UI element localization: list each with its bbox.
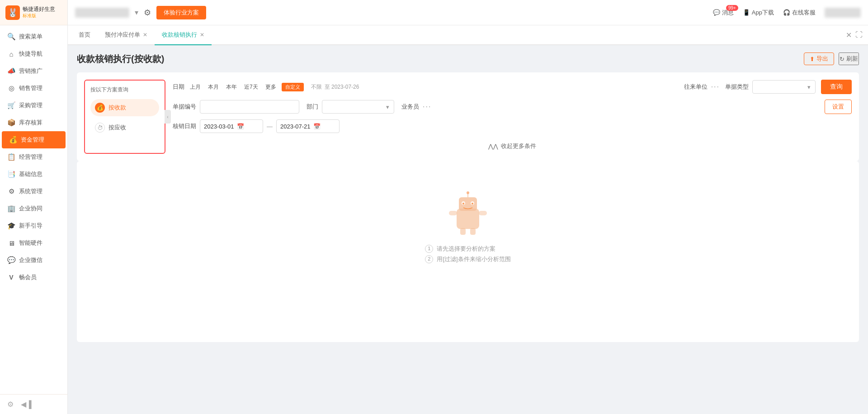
message-icon: 💬 bbox=[713, 9, 720, 16]
filter-doctype-item: 单据类型 ▾ bbox=[725, 80, 816, 94]
writeoff-date-label: 核销日期 bbox=[173, 122, 196, 130]
hint-num-2: 2 bbox=[425, 255, 433, 263]
footer-gear-icon[interactable]: ⚙ bbox=[7, 400, 14, 409]
sys-icon: ⚙ bbox=[7, 187, 15, 195]
sidebar-menu: 🔍 搜索菜单 ⌂ 快捷导航 📣 营销推广 ◎ 销售管理 🛒 采购管理 📦 库存核… bbox=[0, 25, 67, 394]
main-content-area: 1 请先选择要分析的方案 2 用[过滤]条件来缩小分析范围 bbox=[77, 161, 859, 342]
online-service-label: 在线客服 bbox=[792, 9, 816, 17]
sidebar-label-wechat: 企业微信 bbox=[19, 256, 42, 264]
tab-expand-icon[interactable]: ⛶ bbox=[855, 31, 863, 39]
enterprise-icon: 🏢 bbox=[7, 205, 15, 213]
tab-home[interactable]: 首页 bbox=[71, 25, 98, 45]
tab-receipt-label: 收款核销执行 bbox=[162, 31, 197, 39]
collapse-up-icon: ⋀⋀ bbox=[488, 143, 498, 150]
refresh-button[interactable]: ↻ 刷新 bbox=[839, 52, 859, 65]
sidebar-item-inventory[interactable]: 📦 库存核算 bbox=[0, 114, 67, 131]
app-name-chevron-icon[interactable]: ▾ bbox=[135, 8, 138, 17]
sidebar-item-purchase[interactable]: 🛒 采购管理 bbox=[0, 97, 67, 114]
writeoff-date-end-wrap[interactable]: 2023-07-21 📅 bbox=[276, 119, 340, 133]
right-filter-actions: 往来单位 ··· 单据类型 ▾ 查询 bbox=[684, 80, 852, 94]
sidebar-label-enterprise: 企业协同 bbox=[19, 205, 42, 213]
top-header: ▾ ⚙ 体验行业方案 💬 消息 99+ 📱 App下载 🎧 在线客服 bbox=[68, 0, 868, 25]
sidebar-item-sys[interactable]: ⚙ 系统管理 bbox=[0, 183, 67, 200]
tab-prepay-close-icon[interactable]: ✕ bbox=[143, 32, 147, 38]
dept-select[interactable]: ▾ bbox=[322, 100, 394, 114]
tab-receipt-writeoff[interactable]: 收款核销执行 ✕ bbox=[155, 25, 212, 45]
hint-text-1: 请先选择要分析的方案 bbox=[437, 243, 495, 254]
sidebar-item-vip[interactable]: V 畅会员 bbox=[0, 269, 67, 286]
date-shortcut-thismonth[interactable]: 本月 bbox=[206, 82, 221, 92]
sidebar-item-biz[interactable]: 📋 经营管理 bbox=[0, 148, 67, 166]
doctype-chevron-icon: ▾ bbox=[807, 84, 811, 90]
partner-dots-button[interactable]: ··· bbox=[711, 83, 720, 91]
settings-button[interactable]: 设置 bbox=[825, 100, 852, 114]
date-shortcut-7days[interactable]: 近7天 bbox=[242, 82, 260, 92]
footer-collapse-icon[interactable]: ◀▐ bbox=[21, 400, 31, 409]
header-right: 💬 消息 99+ 📱 App下载 🎧 在线客服 bbox=[713, 8, 861, 18]
date-shortcut-thisyear[interactable]: 本年 bbox=[224, 82, 239, 92]
marketing-icon: 📣 bbox=[7, 67, 15, 75]
tab-prepay-conflict[interactable]: 预付冲应付单 ✕ bbox=[98, 25, 155, 45]
filter-docno-item: 单据编号 bbox=[173, 100, 299, 114]
filter-panel-collapse[interactable]: ‹ bbox=[165, 110, 171, 124]
sidebar-label-vip: 畅会员 bbox=[19, 273, 37, 281]
sidebar-item-sales[interactable]: ◎ 销售管理 bbox=[0, 80, 67, 97]
sidebar-item-newbie[interactable]: 🎓 新手引导 bbox=[0, 217, 67, 234]
empty-state: 1 请先选择要分析的方案 2 用[过滤]条件来缩小分析范围 bbox=[77, 161, 859, 292]
sidebar-item-wechat[interactable]: 💬 企业微信 bbox=[0, 252, 67, 269]
tab-home-label: 首页 bbox=[79, 31, 90, 39]
app-download-button[interactable]: 📱 App下载 bbox=[743, 9, 774, 17]
online-service-button[interactable]: 🎧 在线客服 bbox=[783, 9, 816, 17]
docno-input[interactable] bbox=[200, 100, 299, 114]
docno-label: 单据编号 bbox=[173, 103, 196, 111]
sidebar-item-enterprise[interactable]: 🏢 企业协同 bbox=[0, 200, 67, 217]
sidebar: 🐰 畅捷通好生意 标准版 🔍 搜索菜单 ⌂ 快捷导航 📣 营销推广 ◎ 销售管理… bbox=[0, 0, 68, 414]
filter-option-by-receivable[interactable]: ⏱ 按应收 bbox=[90, 119, 159, 136]
date-custom-badge[interactable]: 自定义 bbox=[282, 83, 304, 91]
industry-solution-button[interactable]: 体验行业方案 bbox=[156, 6, 206, 19]
page-content: 收款核销执行(按收款) ⬆ 导出 ↻ 刷新 按以下方案查询 💰 按收款 bbox=[68, 45, 868, 414]
settings-btn-wrap: 设置 bbox=[825, 100, 852, 114]
query-button[interactable]: 查询 bbox=[821, 80, 852, 94]
date-label: 日期 bbox=[173, 83, 184, 91]
writeoff-date-start-wrap[interactable]: 2023-03-01 📅 bbox=[200, 119, 263, 133]
sidebar-item-smarthw[interactable]: 🖥 智能硬件 bbox=[0, 234, 67, 252]
filter-partner-item: 往来单位 ··· bbox=[684, 83, 720, 91]
date-shortcut-more[interactable]: 更多 bbox=[264, 82, 278, 92]
export-button[interactable]: ⬆ 导出 bbox=[804, 52, 834, 65]
writeoff-end-cal-icon[interactable]: 📅 bbox=[313, 123, 321, 130]
smarthw-icon: 🖥 bbox=[7, 239, 15, 247]
doctype-select[interactable]: ▾ bbox=[752, 80, 816, 94]
date-shortcut-lastmonth[interactable]: 上月 bbox=[188, 82, 203, 92]
sidebar-item-search-menu[interactable]: 🔍 搜索菜单 bbox=[0, 28, 67, 45]
newbie-icon: 🎓 bbox=[7, 222, 15, 230]
svg-rect-0 bbox=[457, 209, 479, 229]
collapse-conditions-row[interactable]: ⋀⋀ 收起更多条件 bbox=[173, 138, 852, 154]
staff-dots-button[interactable]: ··· bbox=[423, 103, 431, 111]
tab-prepay-label: 预付冲应付单 bbox=[105, 31, 140, 39]
sidebar-item-basic[interactable]: 📑 基础信息 bbox=[0, 166, 67, 183]
writeoff-start-cal-icon[interactable]: 📅 bbox=[237, 123, 244, 130]
sidebar-label-search-menu: 搜索菜单 bbox=[19, 33, 42, 41]
message-button[interactable]: 💬 消息 99+ bbox=[713, 9, 734, 17]
sidebar-item-quick-nav[interactable]: ⌂ 快捷导航 bbox=[0, 45, 67, 62]
refresh-icon: ↻ bbox=[840, 56, 844, 62]
message-badge: 99+ bbox=[726, 5, 738, 11]
sidebar-label-inventory: 库存核算 bbox=[19, 119, 42, 127]
sidebar-label-marketing: 营销推广 bbox=[19, 67, 42, 75]
svg-rect-9 bbox=[470, 228, 476, 235]
filter-row-1: 日期 上月 本月 本年 近7天 更多 自定义 不限 至 2023-07-26 bbox=[173, 80, 852, 94]
sidebar-label-biz: 经营管理 bbox=[19, 153, 42, 161]
sidebar-item-marketing[interactable]: 📣 营销推广 bbox=[0, 62, 67, 80]
tab-receipt-close-icon[interactable]: ✕ bbox=[200, 32, 204, 38]
basic-icon: 📑 bbox=[7, 170, 15, 178]
filter-staff-item: 业务员 ··· bbox=[401, 103, 431, 111]
collapse-conditions-label: 收起更多条件 bbox=[501, 142, 536, 150]
header-gear-icon[interactable]: ⚙ bbox=[144, 8, 151, 18]
tab-close-all-icon[interactable]: ✕ bbox=[846, 31, 852, 39]
empty-hint-1: 1 请先选择要分析的方案 bbox=[425, 243, 510, 254]
sidebar-item-fund[interactable]: 💰 资金管理 bbox=[2, 131, 66, 148]
filter-option-by-receipt[interactable]: 💰 按收款 bbox=[90, 99, 159, 116]
tab-bar-actions: ✕ ⛶ bbox=[846, 25, 868, 44]
sidebar-label-quick-nav: 快捷导航 bbox=[19, 50, 42, 58]
